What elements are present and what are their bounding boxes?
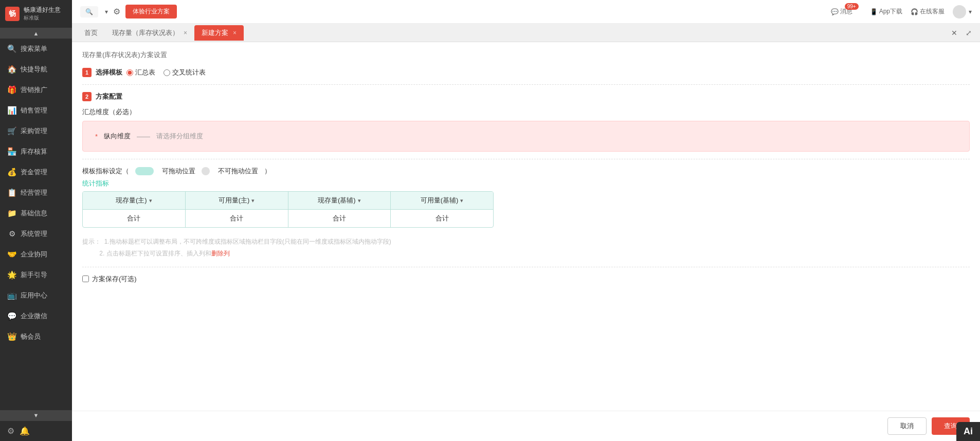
topbar-app-download[interactable]: 📱 App下载 bbox=[870, 7, 902, 16]
tab-close-all-btn[interactable]: ✕ bbox=[948, 27, 960, 39]
chevron-down-icon: ▾ bbox=[105, 8, 108, 15]
sidebar-item-经营管理[interactable]: 📋 经营管理 bbox=[0, 182, 72, 203]
chevron-3: ▾ bbox=[358, 197, 361, 204]
stats-col-2-label: 可用量(主) bbox=[219, 196, 250, 205]
stats-col-4[interactable]: 可用量(基辅) ▾ bbox=[391, 192, 493, 209]
non-draggable-label: 不可拖动位置 bbox=[218, 167, 258, 176]
trial-btn[interactable]: 体验行业方案 bbox=[125, 5, 177, 19]
dimension-placeholder[interactable]: 请选择分组维度 bbox=[156, 132, 203, 141]
app-badge: 标准版 bbox=[24, 14, 61, 22]
tab-new-plan[interactable]: 新建方案 × bbox=[194, 25, 244, 41]
nav-icon: 🛒 bbox=[7, 126, 16, 136]
step2-title: 方案配置 bbox=[96, 92, 122, 101]
tab-home[interactable]: 首页 bbox=[77, 25, 105, 41]
sidebar-item-资金管理[interactable]: 💰 资金管理 bbox=[0, 162, 72, 182]
nav-icon: ⚙ bbox=[7, 229, 16, 238]
sidebar-scroll-down[interactable]: ▼ bbox=[0, 410, 72, 420]
nav-label: 新手引导 bbox=[21, 270, 47, 280]
indicator-label-text: 模板指标设定（ bbox=[82, 167, 129, 176]
stats-col-1[interactable]: 现存量(主) ▾ bbox=[83, 192, 186, 209]
nav-icon: 📁 bbox=[7, 209, 16, 218]
nav-icon: 🎁 bbox=[7, 85, 16, 95]
stats-col-2[interactable]: 可用量(主) ▾ bbox=[186, 192, 288, 209]
ai-float-button[interactable]: Ai bbox=[956, 422, 980, 441]
radio-cross[interactable]: 交叉统计表 bbox=[164, 68, 206, 77]
app-download-label: App下载 bbox=[879, 7, 902, 16]
stats-sub-3: 合计 bbox=[288, 210, 391, 227]
non-draggable-chip bbox=[202, 167, 210, 175]
stats-col-3-label: 现存量(基辅) bbox=[318, 196, 356, 205]
tab-inventory[interactable]: 现存量（库存状况表） × bbox=[105, 25, 194, 41]
dimension-dash: —— bbox=[137, 133, 150, 140]
sidebar-scroll-up[interactable]: ▲ bbox=[0, 28, 72, 39]
sidebar-item-销售管理[interactable]: 📊 销售管理 bbox=[0, 100, 72, 121]
sidebar-logo: 畅 畅康通好生意 标准版 bbox=[0, 0, 72, 28]
sidebar-nav: 🔍 搜索菜单 🏠 快捷导航 🎁 营销推广 📊 销售管理 🛒 采购管理 🏪 库存核… bbox=[0, 39, 72, 410]
chevron-down-icon2: ▾ bbox=[969, 8, 972, 15]
nav-icon: 💰 bbox=[7, 168, 16, 177]
radio-summary[interactable]: 汇总表 bbox=[126, 68, 155, 77]
sidebar-item-快捷导航[interactable]: 🏠 快捷导航 bbox=[0, 59, 72, 80]
search-icon: 🔍 bbox=[85, 8, 93, 15]
inventory-tab-label: 现存量（库存状况表） bbox=[112, 28, 179, 38]
sidebar-item-营销推广[interactable]: 🎁 营销推广 bbox=[0, 80, 72, 100]
nav-icon: 🔍 bbox=[7, 44, 16, 53]
stats-col-3[interactable]: 现存量(基辅) ▾ bbox=[288, 192, 391, 209]
nav-label: 采购管理 bbox=[21, 126, 47, 136]
tips-area: 提示： 1.拖动标题栏可以调整布局，不可跨维度或指标区域拖动栏目字段(只能在同一… bbox=[82, 236, 970, 260]
sidebar-item-新手引导[interactable]: 🌟 新手引导 bbox=[0, 265, 72, 285]
nav-label: 企业协同 bbox=[21, 250, 47, 259]
footer-bar: 取消 查询 bbox=[72, 411, 980, 441]
stats-table: 现存量(主) ▾ 可用量(主) ▾ 现存量(基辅) ▾ 可用量(基辅) ▾ bbox=[82, 191, 494, 228]
draggable-label: 可拖动位置 bbox=[162, 167, 195, 176]
step1-section: 1 选择模板 汇总表 交叉统计表 bbox=[82, 68, 970, 77]
sidebar-item-搜索菜单[interactable]: 🔍 搜索菜单 bbox=[0, 39, 72, 59]
stats-header-row: 现存量(主) ▾ 可用量(主) ▾ 现存量(基辅) ▾ 可用量(基辅) ▾ bbox=[83, 192, 493, 209]
save-option-row: 方案保存(可选) bbox=[82, 274, 970, 284]
page-title: 现存量(库存状况表)方案设置 bbox=[82, 50, 970, 60]
step1-badge: 1 bbox=[82, 68, 92, 77]
draggable-chip bbox=[135, 167, 154, 175]
message-badge: 99+ bbox=[845, 3, 859, 10]
sidebar-item-应用中心[interactable]: 📺 应用中心 bbox=[0, 285, 72, 306]
sidebar-footer: ⚙ 🔔 bbox=[0, 420, 72, 441]
nav-icon: 🤝 bbox=[7, 250, 16, 259]
nav-label: 企业微信 bbox=[21, 311, 47, 321]
nav-label: 销售管理 bbox=[21, 106, 47, 115]
tab-expand-btn[interactable]: ⤢ bbox=[963, 27, 975, 39]
cancel-button[interactable]: 取消 bbox=[887, 417, 927, 435]
nav-label: 资金管理 bbox=[21, 168, 47, 177]
nav-icon: 📋 bbox=[7, 188, 16, 197]
sidebar-item-基础信息[interactable]: 📁 基础信息 bbox=[0, 203, 72, 224]
nav-label: 经营管理 bbox=[21, 188, 47, 197]
topbar-message[interactable]: 💬 消息 99+ bbox=[831, 7, 852, 16]
topbar-online-service[interactable]: 🎧 在线客服 bbox=[911, 7, 945, 16]
radio-summary-input[interactable] bbox=[126, 69, 133, 76]
chevron-4: ▾ bbox=[460, 197, 463, 204]
sidebar-item-系统管理[interactable]: ⚙ 系统管理 bbox=[0, 224, 72, 244]
inventory-tab-close[interactable]: × bbox=[184, 29, 187, 36]
topbar-dropdown[interactable]: ▾ bbox=[103, 8, 108, 15]
settings-icon[interactable]: ⚙ bbox=[7, 426, 14, 436]
sidebar: 畅 畅康通好生意 标准版 ▲ 🔍 搜索菜单 🏠 快捷导航 🎁 营销推广 📊 销售… bbox=[0, 0, 72, 441]
sidebar-item-采购管理[interactable]: 🛒 采购管理 bbox=[0, 121, 72, 141]
new-plan-tab-close[interactable]: × bbox=[233, 29, 237, 36]
topbar: 🔍 ▾ ⚙ 体验行业方案 💬 消息 99+ 📱 App下载 🎧 在线客服 bbox=[72, 0, 980, 24]
sidebar-item-库存核算[interactable]: 🏪 库存核算 bbox=[0, 141, 72, 162]
speaker-icon[interactable]: 🔔 bbox=[20, 426, 30, 436]
nav-icon: 💬 bbox=[7, 311, 16, 321]
headset-icon: 🎧 bbox=[911, 8, 918, 15]
divider1 bbox=[82, 84, 970, 85]
topbar-user[interactable]: ▾ bbox=[953, 5, 972, 19]
app-name: 畅康通好生意 bbox=[24, 6, 61, 14]
radio-cross-input[interactable] bbox=[164, 69, 170, 76]
tips-title: 提示： 1.拖动标题栏可以调整布局，不可跨维度或指标区域拖动栏目字段(只能在同一… bbox=[82, 236, 970, 248]
save-checkbox[interactable] bbox=[82, 275, 89, 282]
topbar-settings-icon[interactable]: ⚙ bbox=[113, 7, 120, 16]
nav-icon: 🌟 bbox=[7, 270, 16, 280]
sidebar-item-畅会员[interactable]: 👑 畅会员 bbox=[0, 326, 72, 347]
sidebar-item-企业微信[interactable]: 💬 企业微信 bbox=[0, 306, 72, 326]
indicator-row: 模板指标设定（ 可拖动位置 不可拖动位置 ） bbox=[82, 167, 970, 176]
nav-label: 库存核算 bbox=[21, 147, 47, 156]
sidebar-item-企业协同[interactable]: 🤝 企业协同 bbox=[0, 244, 72, 265]
